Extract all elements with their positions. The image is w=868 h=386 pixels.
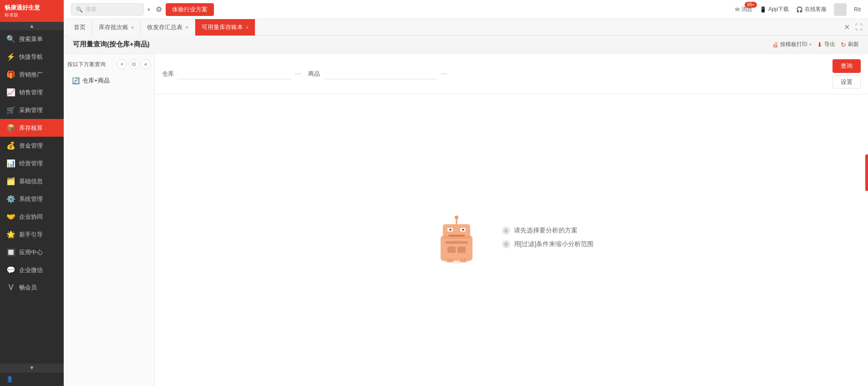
- step-1-text: 请先选择要分析的方案: [514, 226, 578, 235]
- sidebar-item-finance[interactable]: 💰资金管理: [0, 137, 64, 154]
- topbar-gear-icon[interactable]: ⚙: [156, 5, 162, 14]
- sidebar-item-operations[interactable]: 📊经营管理: [0, 154, 64, 172]
- tab-collect-ledger[interactable]: 收发存汇总表 ×: [141, 19, 195, 36]
- page-header: 可用量查询(按仓库+商品) 🖨 按模板打印 ▾ ⬇ 导出 ↻ 刷新: [64, 36, 868, 54]
- sidebar-item-sales[interactable]: 📈销售管理: [0, 83, 64, 101]
- nav-label-purchase: 采购管理: [19, 106, 43, 114]
- filter-item-label: 仓库+商品: [82, 77, 110, 85]
- query-button[interactable]: 查询: [832, 59, 861, 73]
- filter-actions: + ⊙ «: [117, 59, 151, 69]
- nav-icon-operations: 📊: [6, 159, 15, 168]
- filter-collapse-icon[interactable]: «: [141, 59, 151, 69]
- sidebar-scroll-up[interactable]: ▲: [0, 22, 64, 30]
- sidebar-item-shortcut[interactable]: ⚡快捷导航: [0, 48, 64, 66]
- sidebar-item-newbie[interactable]: 🌟新手引导: [0, 226, 64, 243]
- warehouse-input[interactable]: [178, 68, 291, 79]
- nav-icon-shortcut: ⚡: [6, 52, 15, 61]
- sidebar-item-apps[interactable]: 🔲应用中心: [0, 243, 64, 261]
- sidebar-item-wechat[interactable]: 💬企业微信: [0, 261, 64, 279]
- tab-batch-ledger-close[interactable]: ×: [131, 25, 134, 30]
- topbar-search-placeholder: 搜索: [86, 5, 96, 13]
- step-num-1: ①: [502, 226, 510, 235]
- nav-icon-inventory: 📦: [6, 124, 15, 132]
- tabbar: 首页 库存批次账 × 收发存汇总表 × 可用量库存账本 × ✕ ⛶: [64, 19, 868, 36]
- trial-industry-button[interactable]: 体验行业方案: [166, 3, 214, 16]
- tab-home[interactable]: 首页: [67, 19, 92, 36]
- refresh-action[interactable]: ↻ 刷新: [841, 41, 859, 48]
- page-title: 可用量查询(按仓库+商品): [73, 40, 150, 49]
- svg-rect-1: [441, 236, 472, 261]
- query-panel: 仓库 ··· 商品 ··· 查询 设置: [155, 54, 868, 386]
- svg-rect-6: [462, 229, 464, 231]
- sidebar-bottom-user[interactable]: 👤: [0, 372, 64, 386]
- settings-button[interactable]: 设置: [832, 76, 861, 88]
- tab-batch-ledger-label: 库存批次账: [99, 23, 128, 31]
- refresh-icon: ↻: [841, 41, 846, 48]
- sidebar-item-purchase[interactable]: 🛒采购管理: [0, 101, 64, 119]
- sidebar-item-basics[interactable]: 🗂️基础信息: [0, 172, 64, 190]
- nav-icon-system: ⚙️: [6, 195, 15, 203]
- empty-step-2: ② 用[过滤]条件来缩小分析范围: [502, 240, 594, 248]
- tab-batch-ledger[interactable]: 库存批次账 ×: [92, 19, 141, 36]
- main-area: 🔍 搜索 ▾ ⚙ 体验行业方案 ✉ 消息 99+ 📱 App下载 🎧 在线客服 …: [64, 0, 868, 386]
- goods-label: 商品: [308, 70, 320, 78]
- sidebar-scroll-down[interactable]: ▼: [0, 364, 64, 372]
- export-action[interactable]: ⬇ 导出: [817, 41, 835, 48]
- topbar-chevron-icon[interactable]: ▾: [147, 6, 150, 13]
- sidebar-item-enterprise[interactable]: 🤝企业协同: [0, 208, 64, 226]
- topbar-app-download[interactable]: 📱 App下载: [760, 5, 789, 13]
- content-area: 按以下方案查询 + ⊙ « 🔄 仓库+商品 仓库 ···: [64, 54, 868, 386]
- sidebar-item-system[interactable]: ⚙️系统管理: [0, 190, 64, 208]
- headset-icon: 🎧: [796, 6, 803, 13]
- nav-label-wechat: 企业微信: [19, 266, 43, 274]
- tab-available-ledger[interactable]: 可用量库存账本 ×: [195, 19, 255, 36]
- topbar-right: ✉ 消息 99+ 📱 App下载 🎧 在线客服 Rit: [735, 3, 861, 16]
- sidebar-item-marketing[interactable]: 🎁营销推广: [0, 66, 64, 83]
- goods-input[interactable]: [324, 68, 437, 79]
- nav-icon-apps: 🔲: [6, 248, 15, 257]
- nav-icon-sales: 📈: [6, 88, 15, 97]
- nav-label-newbie: 新手引导: [19, 231, 43, 239]
- tab-fullscreen-button[interactable]: ⛶: [853, 21, 864, 33]
- tab-available-ledger-label: 可用量库存账本: [202, 23, 243, 31]
- message-badge: 99+: [745, 2, 757, 8]
- warehouse-more-icon[interactable]: ···: [295, 70, 301, 78]
- topbar-search-box[interactable]: 🔍 搜索: [71, 3, 144, 15]
- refresh-label: 刷新: [848, 41, 859, 48]
- print-icon: 🖨: [772, 41, 778, 48]
- topbar-avatar[interactable]: [834, 3, 847, 16]
- app-subtitle: 标准版: [5, 12, 59, 18]
- query-button-group: 查询 设置: [832, 59, 861, 88]
- step-2-text: 用[过滤]条件来缩小分析范围: [514, 240, 594, 248]
- goods-more-icon[interactable]: ···: [441, 70, 447, 78]
- nav-label-finance: 资金管理: [19, 142, 43, 150]
- filter-settings-icon[interactable]: ⊙: [129, 59, 139, 69]
- nav-label-enterprise: 企业协同: [19, 213, 43, 221]
- nav-label-operations: 经营管理: [19, 160, 43, 168]
- sidebar-nav: 🔍搜索菜单⚡快捷导航🎁营销推广📈销售管理🛒采购管理📦库存核算💰资金管理📊经营管理…: [0, 30, 64, 364]
- print-chevron-icon: ▾: [809, 42, 812, 47]
- user-avatar-small: 👤: [6, 376, 13, 382]
- filter-header-label: 按以下方案查询: [67, 61, 106, 68]
- empty-text-list: ① 请先选择要分析的方案 ② 用[过滤]条件来缩小分析范围: [502, 226, 594, 254]
- sidebar-item-inventory[interactable]: 📦库存核算: [0, 119, 64, 137]
- sidebar-item-member[interactable]: V畅会员: [0, 279, 64, 296]
- app-download-label: App下载: [768, 5, 789, 13]
- query-bar: 仓库 ··· 商品 ··· 查询 设置: [155, 54, 868, 94]
- print-action[interactable]: 🖨 按模板打印 ▾: [772, 41, 812, 48]
- export-label: 导出: [824, 41, 835, 48]
- topbar-messages[interactable]: ✉ 消息 99+: [735, 5, 752, 13]
- filter-item-warehouse-goods[interactable]: 🔄 仓库+商品: [67, 74, 151, 87]
- tab-collect-ledger-close[interactable]: ×: [185, 25, 188, 30]
- svg-rect-11: [447, 258, 453, 262]
- tab-close-button[interactable]: ✕: [842, 21, 852, 33]
- topbar-customer-service[interactable]: 🎧 在线客服: [796, 5, 827, 13]
- tab-available-ledger-close[interactable]: ×: [246, 25, 249, 30]
- svg-rect-5: [449, 229, 452, 231]
- nav-icon-member: V: [6, 283, 15, 292]
- filter-add-icon[interactable]: +: [117, 59, 127, 69]
- export-icon: ⬇: [817, 41, 822, 48]
- right-edge-indicator[interactable]: [865, 154, 868, 191]
- nav-label-member: 畅会员: [19, 283, 37, 292]
- sidebar-item-search[interactable]: 🔍搜索菜单: [0, 30, 64, 48]
